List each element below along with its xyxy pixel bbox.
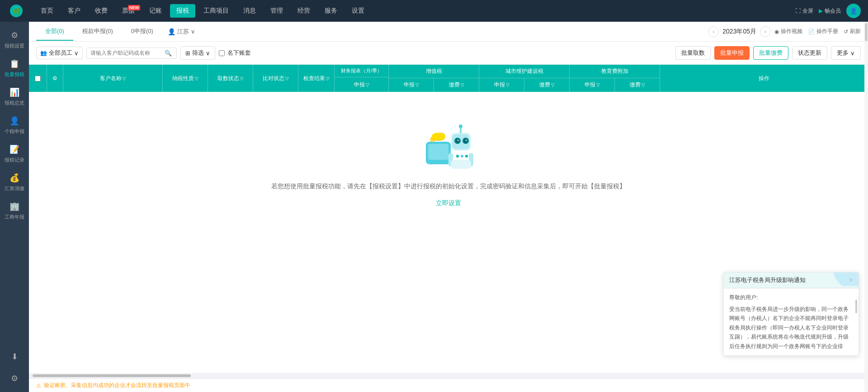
nav-settings[interactable]: 设置 bbox=[345, 4, 371, 18]
th-urban-sub: 申报 ▽ 缴费 ▽ bbox=[479, 78, 569, 91]
nav-right-actions: ⛶ 全屏 ▶ 畅会员 👤 bbox=[795, 4, 861, 18]
th-client-name: 客户名称 ▽ bbox=[63, 65, 163, 92]
client-filter-icon[interactable]: ▽ bbox=[123, 76, 126, 81]
filter-icon: ⊞ bbox=[185, 50, 190, 57]
svg-rect-20 bbox=[451, 160, 471, 169]
th-check-result: 检查结果 ▽ bbox=[298, 65, 335, 92]
user-avatar[interactable]: 👤 bbox=[846, 4, 861, 18]
sidebar-item-personal-tax[interactable]: 👤 个税申报 bbox=[0, 111, 29, 139]
nav-invoice[interactable]: 票据 NEW bbox=[116, 4, 141, 18]
compare-filter-icon[interactable]: ▽ bbox=[285, 76, 289, 81]
th-vat-top: 增值税 bbox=[389, 65, 479, 78]
sidebar-item-tax-settings[interactable]: ⚙ 报税设置 bbox=[0, 25, 29, 54]
sidebar-item-batch-tax[interactable]: 📋 批量报税 bbox=[0, 54, 29, 82]
avatar-icon: 👤 bbox=[850, 8, 857, 14]
nav-fee[interactable]: 收费 bbox=[89, 4, 114, 18]
refresh-btn[interactable]: ↺ 刷新 bbox=[844, 28, 861, 35]
batch-declare-btn[interactable]: 批量申报 bbox=[714, 46, 750, 60]
nav-service[interactable]: 服务 bbox=[318, 4, 344, 18]
sidebar-item-tax-overview[interactable]: 📊 报税总览 bbox=[0, 82, 29, 111]
setup-link[interactable]: 立即设置 bbox=[436, 199, 461, 207]
left-sidebar: ⚙ 报税设置 📋 批量报税 📊 报税总览 👤 个税申报 📝 报税记录 💰 汇算清… bbox=[0, 22, 29, 392]
employee-icon: 👥 bbox=[40, 50, 47, 56]
tab-all[interactable]: 全部(0) bbox=[36, 23, 73, 41]
region-selector[interactable]: 👤 江苏 ∨ bbox=[168, 28, 195, 36]
region-icon: 👤 bbox=[168, 28, 175, 35]
tax-settings-icon: ⚙ bbox=[9, 30, 20, 41]
next-month-btn[interactable]: › bbox=[760, 26, 771, 37]
notification-greeting: 尊敬的用户: bbox=[729, 293, 853, 302]
horizontal-scrollbar[interactable] bbox=[29, 373, 868, 378]
scrollbar-thumb[interactable] bbox=[33, 374, 191, 377]
th-tax-nature: 纳税性质 ▽ bbox=[163, 65, 208, 92]
personal-tax-icon: 👤 bbox=[9, 115, 20, 126]
fullscreen-btn[interactable]: ⛶ 全屏 bbox=[795, 7, 813, 15]
employee-select[interactable]: 👥 全部员工 ∨ bbox=[36, 47, 83, 59]
th-operation: 操作 bbox=[660, 65, 868, 92]
svg-point-23 bbox=[465, 155, 468, 158]
tab-zero-declaration[interactable]: 0申报(0) bbox=[122, 23, 162, 41]
vip-btn[interactable]: ▶ 畅会员 bbox=[819, 7, 841, 15]
search-icon: 🔍 bbox=[165, 50, 172, 57]
new-badge: NEW bbox=[128, 5, 140, 10]
nav-client[interactable]: 客户 bbox=[61, 4, 87, 18]
download-icon: ⬇ bbox=[9, 351, 20, 362]
th-financial-top: 财务报表（月/季） bbox=[335, 65, 388, 77]
sidebar-item-tax-records[interactable]: 📝 报税记录 bbox=[0, 139, 29, 168]
svg-point-15 bbox=[466, 140, 467, 141]
top-navigation: 🌿 首页 客户 收费 票据 NEW 记账 报税 工商项目 消息 管理 经营 服务… bbox=[0, 0, 868, 22]
accounts-checkbox-label[interactable]: 名下账套 bbox=[219, 49, 251, 57]
svg-point-17 bbox=[459, 124, 462, 128]
batch-pay-btn[interactable]: 批量缴费 bbox=[753, 46, 788, 60]
sidebar-item-settings[interactable]: ⚙ bbox=[7, 368, 22, 388]
nav-bookkeeping[interactable]: 记账 bbox=[143, 4, 168, 18]
fetch-filter-icon[interactable]: ▽ bbox=[240, 76, 244, 81]
nav-management[interactable]: 管理 bbox=[264, 4, 289, 18]
check-filter-icon[interactable]: ▽ bbox=[326, 76, 330, 81]
notif-header-wrap: 江苏电子税务局升级影响通知 × bbox=[724, 272, 859, 288]
urban-pay-filter[interactable]: ▽ bbox=[551, 82, 555, 87]
accounts-checkbox[interactable] bbox=[219, 50, 225, 56]
nav-menu: 首页 客户 收费 票据 NEW 记账 报税 工商项目 消息 管理 经营 服务 设… bbox=[34, 4, 795, 18]
urban-declare-filter[interactable]: ▽ bbox=[506, 82, 509, 87]
fin-filter-icon[interactable]: ▽ bbox=[366, 82, 369, 87]
select-all-checkbox[interactable] bbox=[35, 76, 41, 81]
sidebar-item-settlement[interactable]: 💰 汇算清缴 bbox=[0, 168, 29, 196]
page-scrollbar[interactable] bbox=[864, 22, 868, 392]
vat-declare-filter[interactable]: ▽ bbox=[415, 82, 419, 87]
nav-business[interactable]: 工商项目 bbox=[197, 4, 235, 18]
status-update-btn[interactable]: 状态更新 bbox=[792, 46, 827, 60]
nav-message[interactable]: 消息 bbox=[237, 4, 262, 18]
tab-tax-declaration[interactable]: 税款申报(0) bbox=[73, 23, 122, 41]
edu-declare-filter[interactable]: ▽ bbox=[596, 82, 600, 87]
notif-scroll-thumb[interactable] bbox=[855, 300, 857, 313]
tax-nature-filter-icon[interactable]: ▽ bbox=[195, 76, 198, 81]
filter-btn[interactable]: ⊞ 筛选 ∨ bbox=[180, 46, 215, 60]
vip-icon: ▶ bbox=[819, 8, 823, 14]
nav-operation[interactable]: 经营 bbox=[291, 4, 316, 18]
nav-home[interactable]: 首页 bbox=[34, 4, 60, 18]
prev-month-btn[interactable]: ‹ bbox=[708, 26, 719, 37]
th-settings[interactable]: ⚙ bbox=[47, 65, 63, 92]
edu-pay-filter[interactable]: ▽ bbox=[642, 82, 645, 87]
sidebar-item-annual-report[interactable]: 🏢 工商年报 bbox=[0, 196, 29, 225]
th-compare-status: 比对状态 ▽ bbox=[253, 65, 298, 92]
th-checkbox[interactable] bbox=[29, 65, 47, 92]
page-scroll-thumb[interactable] bbox=[865, 23, 868, 41]
notif-scrollbar[interactable] bbox=[855, 291, 858, 355]
operation-manual-btn[interactable]: 📄 操作手册 bbox=[808, 28, 838, 35]
sidebar-item-download[interactable]: ⬇ bbox=[7, 347, 22, 367]
svg-point-21 bbox=[456, 155, 459, 158]
more-btn[interactable]: 更多 ∨ bbox=[831, 46, 861, 60]
search-wrap[interactable]: 🔍 bbox=[86, 48, 177, 59]
notification-header: 江苏电子税务局升级影响通知 × bbox=[724, 272, 859, 288]
batch-fetch-btn[interactable]: 批量取数 bbox=[675, 46, 711, 60]
vat-pay-filter[interactable]: ▽ bbox=[461, 82, 464, 87]
notification-close-btn[interactable]: × bbox=[849, 276, 853, 284]
app-logo[interactable]: 🌿 bbox=[7, 2, 25, 20]
th-vat-group: 增值税 申报 ▽ 缴费 ▽ bbox=[389, 65, 479, 92]
search-input[interactable] bbox=[90, 50, 163, 56]
nav-tax[interactable]: 报税 bbox=[170, 4, 195, 18]
operation-video-btn[interactable]: ◉ 操作视频 bbox=[774, 28, 802, 35]
notification-body: 尊敬的用户: 受当前电子税务局进一步升级的影响，同一个政务网账号（办税人）名下的… bbox=[724, 288, 859, 355]
